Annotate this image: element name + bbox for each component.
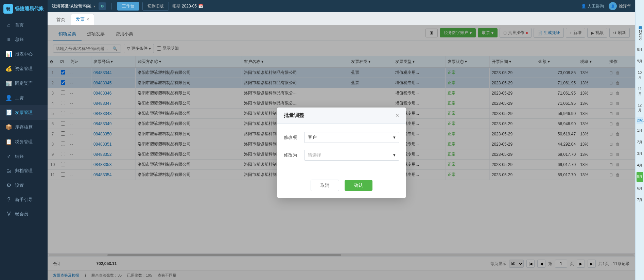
sidebar-label-archive: 归档管理 xyxy=(15,168,33,174)
sidebar: 畅 畅捷通易代账 ⌂ 首页 ≡ 总账 📊 报表中心 💰 资金管理 🏢 固定资产 … xyxy=(0,0,48,280)
sidebar-item-report[interactable]: 📊 报表中心 xyxy=(0,47,48,61)
home-icon: ⌂ xyxy=(5,22,12,28)
right-panel-2025[interactable]: 2025 xyxy=(637,117,643,124)
company-settings-icon[interactable]: ⚙ xyxy=(99,2,106,10)
right-panel-dec[interactable]: 12月 xyxy=(637,100,643,115)
closing-icon: ✓ xyxy=(5,153,12,160)
sidebar-label-closing: 结账 xyxy=(15,153,24,160)
sidebar-label-report: 报表中心 xyxy=(15,51,33,57)
user-area: 👤 徐泽华 xyxy=(609,2,631,10)
modal-title: 批量调整 xyxy=(284,112,304,119)
right-panel-jun[interactable]: 6月 xyxy=(637,183,643,194)
tab-close-icon[interactable]: × xyxy=(87,17,89,22)
service-button[interactable]: 👤 人工咨询 xyxy=(581,3,604,9)
right-period-panel: 期间选择 2023.0 8月 9月 10月 11月 12月 2025 1月 2月… xyxy=(635,0,644,280)
guide-icon: ? xyxy=(5,197,12,203)
tab-invoice-label: 发票 xyxy=(76,16,85,22)
sidebar-label-invoice: 发票管理 xyxy=(15,110,33,116)
sidebar-item-settings[interactable]: ⚙ 设置 xyxy=(0,178,48,193)
company-selector[interactable]: 沈海英测试经营勾融 ▾ xyxy=(52,3,95,9)
sidebar-label-home: 首页 xyxy=(15,22,24,28)
content-area: 销项发票 进项发票 费用小票 ⊞ 税务数字账户 ▾ 取票 xyxy=(48,25,635,280)
bulk-adjust-modal: 批量调整 × 修改项 客户 ▾ 修改为 xyxy=(277,108,406,198)
sidebar-item-ledger[interactable]: ≡ 总账 xyxy=(0,32,48,47)
modal-body: 修改项 客户 ▾ 修改为 请选择 ▾ xyxy=(277,124,406,174)
sidebar-item-assets[interactable]: 🏢 固定资产 xyxy=(0,76,48,90)
right-panel-apr[interactable]: 4月 xyxy=(637,160,643,170)
sidebar-item-member[interactable]: V 畅会员 xyxy=(0,207,48,221)
username: 徐泽华 xyxy=(619,3,631,9)
right-panel-mar[interactable]: 3月 xyxy=(637,149,643,159)
topbar: 沈海英测试经营勾融 ▾ ⚙ 工作台 切到旧版 账期 2023-05 📅 👤 人工… xyxy=(48,0,635,12)
sidebar-label-capital: 资金管理 xyxy=(15,66,33,72)
modal-footer: 取消 确认 xyxy=(277,174,406,198)
tab-bar: 首页 发票 × xyxy=(48,12,635,25)
sidebar-label-inventory: 库存核算 xyxy=(15,124,33,130)
right-panel-may[interactable]: 5月 xyxy=(637,172,643,182)
modify-value-row: 修改为 请选择 ▾ xyxy=(284,150,399,161)
tab-invoice[interactable]: 发票 × xyxy=(71,14,94,25)
sidebar-label-tax: 税务管理 xyxy=(15,139,33,145)
sidebar-item-tax[interactable]: 📋 税务管理 xyxy=(0,134,48,149)
right-panel-oct[interactable]: 10月 xyxy=(637,68,643,83)
assets-icon: 🏢 xyxy=(5,80,12,86)
app-logo: 畅 畅捷通易代账 xyxy=(0,0,48,18)
sidebar-label-member: 畅会员 xyxy=(15,211,28,217)
right-panel-2023[interactable]: 2023.0 xyxy=(637,27,643,43)
right-panel-period-title: 期间选择 xyxy=(637,20,643,26)
archive-icon: 🗂 xyxy=(5,168,12,174)
sidebar-label-settings: 设置 xyxy=(15,182,24,188)
sidebar-label-ledger: 总账 xyxy=(15,36,24,43)
period-label: 账期 2023-05 📅 xyxy=(172,3,203,9)
right-panel-aug[interactable]: 8月 xyxy=(637,45,643,55)
workbench-button[interactable]: 工作台 xyxy=(117,2,139,11)
sidebar-item-inventory[interactable]: 📦 库存核算 xyxy=(0,120,48,134)
switch-old-button[interactable]: 切到旧版 xyxy=(142,2,169,11)
calendar-icon[interactable]: 📅 xyxy=(198,4,203,9)
sidebar-label-payroll: 工资 xyxy=(15,95,24,101)
member-icon: V xyxy=(5,211,12,217)
report-icon: 📊 xyxy=(5,51,12,57)
logo-icon: 畅 xyxy=(3,4,13,14)
invoice-icon: 🧾 xyxy=(5,109,12,116)
company-dropdown-icon: ▾ xyxy=(93,4,95,8)
capital-icon: 💰 xyxy=(5,65,12,72)
sidebar-item-payroll[interactable]: 👤 工资 xyxy=(0,90,48,105)
payroll-icon: 👤 xyxy=(5,95,12,101)
right-panel-jul[interactable]: 7月 xyxy=(637,195,643,205)
service-icon: 👤 xyxy=(581,4,586,9)
select-arrow-icon: ▾ xyxy=(393,135,396,140)
modify-field-select[interactable]: 客户 ▾ xyxy=(304,132,399,143)
sidebar-item-archive[interactable]: 🗂 归档管理 xyxy=(0,164,48,178)
modal-overlay: 批量调整 × 修改项 客户 ▾ 修改为 xyxy=(48,25,635,280)
user-avatar: 👤 xyxy=(609,2,617,10)
company-name: 沈海英测试经营勾融 xyxy=(52,3,91,9)
modal-header: 批量调整 × xyxy=(277,108,406,124)
sidebar-item-guide[interactable]: ? 新手引导 xyxy=(0,193,48,207)
modify-value-label: 修改为 xyxy=(284,152,304,158)
sidebar-label-guide: 新手引导 xyxy=(15,197,33,203)
confirm-button[interactable]: 确认 xyxy=(345,180,372,191)
settings-icon: ⚙ xyxy=(5,182,12,188)
ledger-icon: ≡ xyxy=(5,36,12,43)
sidebar-label-assets: 固定资产 xyxy=(15,80,33,86)
sidebar-item-capital[interactable]: 💰 资金管理 xyxy=(0,61,48,76)
modal-close-button[interactable]: × xyxy=(396,112,399,118)
modify-value-select[interactable]: 请选择 ▾ xyxy=(304,150,399,161)
right-panel-jan[interactable]: 1月 xyxy=(637,126,643,136)
right-panel-feb[interactable]: 2月 xyxy=(637,137,643,147)
sidebar-item-invoice[interactable]: 🧾 发票管理 xyxy=(0,105,48,120)
tax-icon: 📋 xyxy=(5,138,12,145)
right-panel-sep[interactable]: 9月 xyxy=(637,56,643,66)
right-panel-nov[interactable]: 11月 xyxy=(637,84,643,99)
inventory-icon: 📦 xyxy=(5,124,12,130)
tab-home[interactable]: 首页 xyxy=(52,15,70,25)
modify-field-label: 修改项 xyxy=(284,134,304,141)
sidebar-item-home[interactable]: ⌂ 首页 xyxy=(0,18,48,32)
tab-home-label: 首页 xyxy=(56,17,65,23)
cancel-button[interactable]: 取消 xyxy=(311,180,339,191)
modify-field-row: 修改项 客户 ▾ xyxy=(284,132,399,143)
sidebar-item-closing[interactable]: ✓ 结账 xyxy=(0,149,48,164)
logo-text: 畅捷通易代账 xyxy=(15,6,43,12)
value-select-arrow-icon: ▾ xyxy=(393,152,396,158)
